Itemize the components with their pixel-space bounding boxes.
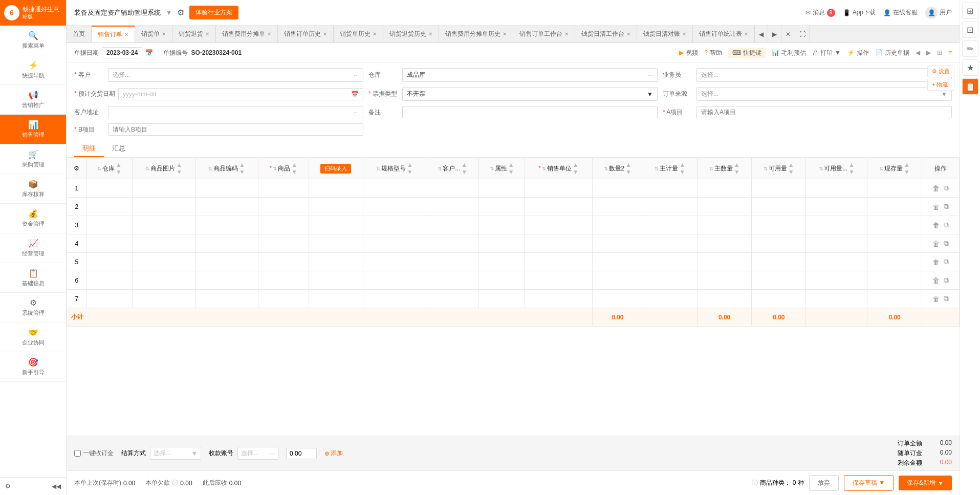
row-sales-unit[interactable]	[525, 234, 592, 253]
row-stock[interactable]	[867, 216, 922, 234]
row-stock[interactable]	[867, 234, 922, 253]
row-qty2[interactable]	[592, 216, 643, 234]
row-copy-btn[interactable]: ⧉	[943, 275, 950, 286]
tab-首页[interactable]: 首页	[67, 26, 92, 43]
shortcut-btn[interactable]: ⌨ 快捷键	[728, 48, 766, 58]
profit-btn[interactable]: 📊 毛利预估	[772, 49, 806, 57]
tab-销货单[interactable]: 销货单 ✕	[135, 26, 172, 43]
col-sort-icon[interactable]: ⇅	[145, 166, 149, 171]
tab-销售订单历史[interactable]: 销售订单历史 ✕	[278, 26, 334, 43]
message-btn[interactable]: ✉ 消息 9	[805, 8, 835, 17]
row-spec[interactable]	[363, 253, 426, 271]
row-delete-btn[interactable]: 🗑	[931, 201, 941, 212]
row-attr[interactable]	[479, 253, 525, 271]
row-spec[interactable]	[363, 179, 426, 198]
col-sort-icon[interactable]: ⇅	[709, 166, 713, 171]
row-product[interactable]	[258, 253, 309, 271]
print-btn[interactable]: 🖨 打印 ▼	[812, 49, 841, 57]
row-delete-btn[interactable]: 🗑	[931, 220, 941, 230]
row-main-qty[interactable]	[698, 234, 752, 253]
row-attr[interactable]	[479, 179, 525, 198]
col-sort-icon[interactable]: ⇅	[490, 166, 494, 171]
row-product[interactable]	[258, 198, 309, 216]
row-available2[interactable]	[806, 198, 867, 216]
row-attr[interactable]	[479, 290, 525, 308]
row-main-unit[interactable]	[643, 253, 697, 271]
col-settings-icon[interactable]: ⚙	[74, 165, 79, 172]
row-product[interactable]	[258, 234, 309, 253]
row-spec[interactable]	[363, 234, 426, 253]
sidebar-item-经营管理[interactable]: 📈 经营管理	[0, 233, 66, 263]
row-customer-info[interactable]	[426, 290, 478, 308]
date-value[interactable]: 2023-03-24	[102, 47, 142, 58]
tab-close-icon[interactable]: ✕	[626, 31, 630, 37]
sidebar-item-新手引导[interactable]: 🎯 新手引导	[0, 352, 66, 382]
row-copy-btn[interactable]: ⧉	[943, 256, 950, 267]
row-main-qty[interactable]	[698, 253, 752, 271]
row-attr[interactable]	[479, 198, 525, 216]
customer-input[interactable]: 选择... ···	[108, 68, 363, 82]
tab-close-icon[interactable]: ✕	[503, 31, 507, 37]
calendar-icon[interactable]: 📅	[145, 49, 153, 56]
row-available2[interactable]	[806, 179, 867, 198]
row-sales-unit[interactable]	[525, 271, 592, 290]
row-available[interactable]	[752, 234, 806, 253]
sidebar-item-库存核算[interactable]: 📦 库存核算	[0, 174, 66, 204]
col-sort-icon[interactable]: ⇅	[438, 166, 442, 171]
row-attr[interactable]	[479, 271, 525, 290]
row-main-qty[interactable]	[698, 198, 752, 216]
star-panel-btn[interactable]: ★	[962, 59, 978, 76]
row-image[interactable]	[133, 253, 195, 271]
header-settings-icon[interactable]: ⚙	[177, 8, 184, 17]
row-stock[interactable]	[867, 253, 922, 271]
tab-close-icon[interactable]: ✕	[323, 31, 327, 37]
row-delete-btn[interactable]: 🗑	[931, 183, 941, 193]
sidebar-item-资金管理[interactable]: 💰 资金管理	[0, 204, 66, 233]
row-image[interactable]	[133, 179, 195, 198]
row-warehouse[interactable]	[86, 198, 133, 216]
col-sort-icon[interactable]: ⇅	[764, 166, 768, 171]
row-delete-btn[interactable]: 🗑	[931, 238, 941, 249]
row-stock[interactable]	[867, 271, 922, 290]
row-qty2[interactable]	[592, 253, 643, 271]
row-available2[interactable]	[806, 253, 867, 271]
row-warehouse[interactable]	[86, 290, 133, 308]
tab-钱货日清工作台[interactable]: 钱货日清工作台 ✕	[575, 26, 637, 43]
row-image[interactable]	[133, 198, 195, 216]
note-input[interactable]	[402, 106, 658, 118]
row-copy-btn[interactable]: ⧉	[943, 238, 950, 249]
row-product[interactable]	[258, 290, 309, 308]
expand-panel-btn[interactable]: ⊞	[962, 3, 978, 19]
row-sales-unit[interactable]	[525, 290, 592, 308]
row-main-unit[interactable]	[643, 179, 697, 198]
row-available[interactable]	[752, 253, 806, 271]
row-code[interactable]	[195, 216, 258, 234]
tab-销货退货[interactable]: 销货退货 ✕	[172, 26, 216, 43]
tab-销货退货历史[interactable]: 销货退货历史 ✕	[383, 26, 439, 43]
header-dropdown-icon[interactable]: ▼	[166, 9, 172, 16]
row-sales-unit[interactable]	[525, 198, 592, 216]
row-sales-unit[interactable]	[525, 253, 592, 271]
row-customer-info[interactable]	[426, 271, 478, 290]
sidebar-item-快捷导航[interactable]: ⚡ 快捷导航	[0, 55, 66, 85]
row-available2[interactable]	[806, 271, 867, 290]
row-warehouse[interactable]	[86, 271, 133, 290]
row-available2[interactable]	[806, 290, 867, 308]
save-draft-btn[interactable]: 保存草稿 ▼	[844, 475, 894, 491]
sidebar-item-系统管理[interactable]: ⚙ 系统管理	[0, 293, 66, 322]
user-btn[interactable]: 👤 用户	[925, 7, 952, 19]
row-product[interactable]	[258, 271, 309, 290]
sidebar-item-搜索菜单[interactable]: 🔍 搜索菜单	[0, 26, 66, 55]
row-customer-info[interactable]	[426, 216, 478, 234]
row-warehouse[interactable]	[86, 234, 133, 253]
b-project-input[interactable]	[108, 123, 363, 136]
help-btn[interactable]: ? 帮助	[704, 49, 722, 57]
tab-销售订单[interactable]: 销售订单 ✕	[92, 26, 135, 43]
row-available[interactable]	[752, 290, 806, 308]
row-warehouse[interactable]	[86, 253, 133, 271]
col-sort-icon[interactable]: ⇅	[273, 166, 277, 171]
row-spec[interactable]	[363, 290, 426, 308]
row-main-unit[interactable]	[643, 290, 697, 308]
tab-销售订单工作台[interactable]: 销售订单工作台 ✕	[513, 26, 575, 43]
toolbar-nav-next[interactable]: ▶	[926, 49, 931, 56]
